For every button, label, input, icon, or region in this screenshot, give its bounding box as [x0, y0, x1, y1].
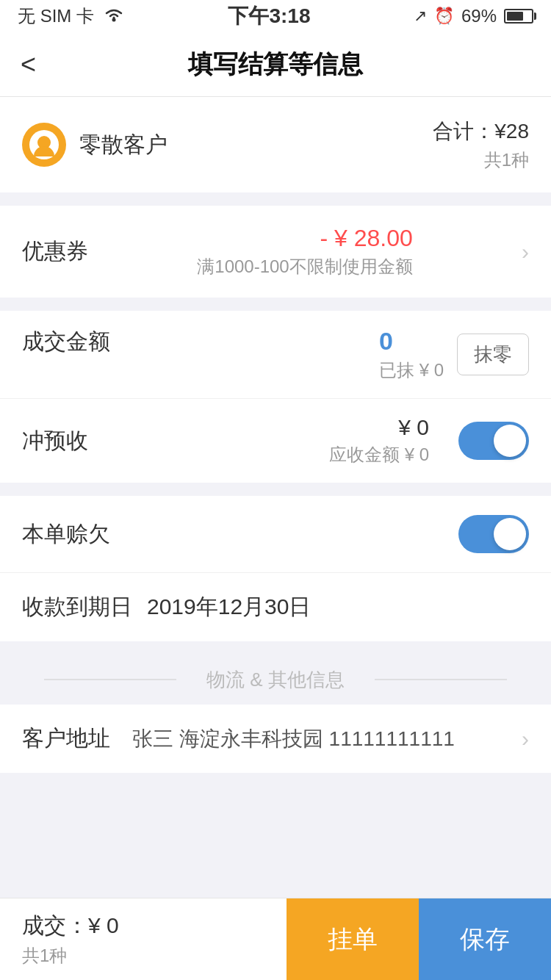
chevron-icon: ›	[522, 239, 529, 264]
precharge-toggle[interactable]	[458, 422, 529, 460]
battery-percent: 69%	[461, 6, 497, 26]
deal-amount-row: 成交金额 0 已抹 ¥ 0 抹零	[0, 311, 551, 398]
logistics-divider: 物流 & 其他信息	[0, 655, 551, 705]
save-button[interactable]: 保存	[419, 898, 551, 981]
precharge-sub: 应收金额 ¥ 0	[329, 443, 429, 466]
carrier-label: 无 SIM 卡	[18, 4, 94, 28]
coupon-row[interactable]: 优惠券 - ¥ 28.00 满1000-100不限制使用金额 ›	[0, 206, 551, 298]
bottom-deal-value: ¥ 0	[88, 913, 119, 937]
avatar-inner	[29, 130, 59, 159]
total-amount: 合计：¥28	[433, 118, 529, 145]
deal-amount-value: 0	[379, 327, 444, 356]
customer-avatar	[22, 123, 66, 167]
customer-row: 零散客户 合计：¥28 共1种	[0, 97, 551, 192]
customer-name: 零散客户	[79, 130, 168, 160]
duedate-row: 收款到期日 2019年12月30日	[0, 572, 551, 641]
status-time: 下午3:18	[228, 2, 310, 30]
page-title: 填写结算等信息	[188, 48, 363, 82]
deal-amount-sub: 已抹 ¥ 0	[379, 359, 444, 382]
alarm-icon: ⏰	[434, 7, 454, 26]
coupon-section: 优惠券 - ¥ 28.00 满1000-100不限制使用金额 ›	[0, 206, 551, 298]
address-label: 客户地址	[22, 724, 110, 754]
bottom-deal-amount: 成交：¥ 0	[22, 911, 264, 941]
deal-amount-right: 0 已抹 ¥ 0 抹零	[379, 327, 529, 382]
location-icon: ↗	[414, 7, 427, 26]
coupon-amount: - ¥ 28.00	[197, 225, 412, 252]
back-button[interactable]: <	[21, 49, 36, 80]
battery-icon	[504, 9, 533, 24]
duedate-value: 2019年12月30日	[147, 592, 311, 622]
toggle-knob	[494, 425, 526, 457]
deal-amount-label: 成交金额	[22, 327, 110, 357]
precharge-right: ¥ 0 应收金额 ¥ 0	[329, 415, 529, 466]
bottom-deal-label: 成交：	[22, 913, 88, 937]
logistics-text: 物流 & 其他信息	[195, 667, 356, 693]
wifi-icon	[103, 6, 125, 26]
nav-bar: < 填写结算等信息	[0, 32, 551, 97]
bottom-bar: 成交：¥ 0 共1种 挂单 保存	[0, 898, 551, 980]
svg-point-0	[112, 18, 116, 22]
precharge-amount: ¥ 0	[329, 415, 429, 440]
address-section: 客户地址 张三 海淀永丰科技园 11111111111 ›	[0, 705, 551, 773]
content: 零散客户 合计：¥28 共1种 优惠券 - ¥ 28.00 满1000-100不…	[0, 97, 551, 874]
round-button[interactable]: 抹零	[457, 334, 529, 375]
pending-button[interactable]: 挂单	[287, 898, 419, 981]
bottom-summary: 成交：¥ 0 共1种	[0, 911, 287, 968]
status-right: ↗ ⏰ 69%	[414, 6, 533, 26]
coupon-right: - ¥ 28.00 满1000-100不限制使用金额	[197, 225, 412, 278]
credit-label: 本单赊欠	[22, 519, 110, 550]
customer-section: 零散客户 合计：¥28 共1种	[0, 97, 551, 192]
credit-toggle[interactable]	[458, 515, 529, 553]
deal-section: 成交金额 0 已抹 ¥ 0 抹零 冲预收 ¥ 0 应收金额 ¥ 0	[0, 311, 551, 483]
address-row[interactable]: 客户地址 张三 海淀永丰科技园 11111111111 ›	[0, 705, 551, 773]
deal-amount-block: 0 已抹 ¥ 0	[379, 327, 444, 382]
address-value: 张三 海淀永丰科技园 11111111111	[132, 725, 522, 753]
precharge-row: 冲预收 ¥ 0 应收金额 ¥ 0	[0, 398, 551, 483]
duedate-label: 收款到期日	[22, 592, 132, 622]
bottom-count: 共1种	[22, 944, 264, 968]
total-count: 共1种	[433, 148, 529, 172]
coupon-desc: 满1000-100不限制使用金额	[197, 255, 412, 278]
status-left: 无 SIM 卡	[18, 4, 125, 28]
credit-section: 本单赊欠 收款到期日 2019年12月30日	[0, 496, 551, 641]
customer-left: 零散客户	[22, 123, 168, 167]
coupon-label: 优惠券	[22, 237, 88, 267]
customer-right: 合计：¥28 共1种	[433, 118, 529, 172]
credit-toggle-knob	[494, 518, 526, 550]
precharge-label: 冲预收	[22, 426, 88, 456]
status-bar: 无 SIM 卡 下午3:18 ↗ ⏰ 69%	[0, 0, 551, 32]
address-chevron-icon: ›	[522, 727, 529, 752]
precharge-values: ¥ 0 应收金额 ¥ 0	[329, 415, 429, 466]
credit-row: 本单赊欠	[0, 496, 551, 572]
